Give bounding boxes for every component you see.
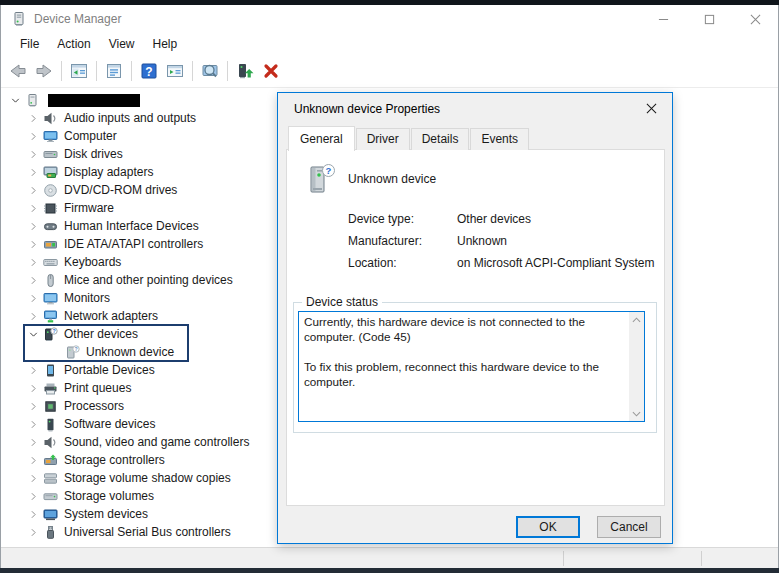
menu-item-view[interactable]: View [100, 34, 144, 54]
print-icon [43, 381, 58, 396]
field-value: on Microsoft ACPI-Compliant System [457, 256, 654, 270]
field-value: Unknown [457, 234, 507, 248]
status-bar [1, 547, 778, 568]
field-label: Manufacturer: [348, 234, 457, 248]
device-manager-icon [11, 11, 27, 27]
chevron-collapsed-icon[interactable] [25, 272, 41, 288]
dvd-icon [43, 183, 58, 198]
toolbar-separator [227, 61, 228, 81]
scan-hardware-changes-icon[interactable] [232, 58, 258, 84]
close-icon[interactable] [732, 5, 778, 33]
chevron-collapsed-icon[interactable] [25, 128, 41, 144]
computer-icon [43, 129, 58, 144]
tree-item-label: Unknown device [86, 345, 174, 359]
chevron-collapsed-icon[interactable] [25, 488, 41, 504]
chevron-expanded-icon[interactable] [25, 326, 41, 342]
tree-item-label: Audio inputs and outputs [64, 111, 196, 125]
chevron-collapsed-icon[interactable] [25, 416, 41, 432]
tab-strip: GeneralDriverDetailsEvents [288, 130, 530, 150]
other-devices-icon: ? [43, 327, 58, 342]
chevron-collapsed-icon[interactable] [25, 290, 41, 306]
chevron-collapsed-icon[interactable] [25, 434, 41, 450]
tree-item-label: Network adapters [64, 309, 158, 323]
tab-events[interactable]: Events [470, 128, 529, 150]
help-icon[interactable]: ? [136, 58, 162, 84]
tree-item-label: Other devices [64, 327, 138, 341]
monitor-icon [43, 291, 58, 306]
title-bar: Device Manager [1, 5, 778, 33]
chevron-collapsed-icon[interactable] [25, 200, 41, 216]
cancel-button[interactable]: Cancel [597, 516, 661, 538]
firmware-icon [43, 201, 58, 216]
ok-button[interactable]: OK [516, 516, 580, 538]
chevron-collapsed-icon[interactable] [25, 380, 41, 396]
field-label: Location: [348, 256, 457, 270]
chevron-collapsed-icon[interactable] [25, 146, 41, 162]
device-status-group: Device status Currently, this hardware d… [293, 302, 657, 433]
toolbar-separator [192, 61, 193, 81]
properties-icon[interactable] [101, 58, 127, 84]
tree-item-label: Firmware [64, 201, 114, 215]
hid-icon [43, 219, 58, 234]
field-device-type: Device type:Other devices [348, 212, 531, 226]
chevron-collapsed-icon[interactable] [25, 308, 41, 324]
tree-item-label: Monitors [64, 291, 110, 305]
scan-icon[interactable] [197, 58, 223, 84]
chevron-collapsed-icon[interactable] [25, 236, 41, 252]
window-title: Device Manager [34, 12, 121, 26]
status-bar-separator [563, 551, 564, 566]
field-label: Device type: [348, 212, 457, 226]
forward-icon[interactable] [31, 58, 57, 84]
group-title: Device status [302, 295, 382, 309]
system-devices-icon [43, 507, 58, 522]
action-pane-icon[interactable] [162, 58, 188, 84]
tab-details[interactable]: Details [411, 128, 470, 150]
tree-item-label: Keyboards [64, 255, 121, 269]
chevron-collapsed-icon[interactable] [25, 110, 41, 126]
chevron-collapsed-icon[interactable] [25, 452, 41, 468]
unknown-device-properties-dialog: Unknown device Properties GeneralDriverD… [277, 92, 673, 544]
chevron-collapsed-icon[interactable] [25, 218, 41, 234]
background-bottom-strip [0, 568, 779, 573]
dialog-close-icon[interactable] [635, 95, 667, 121]
status-bar-separator [701, 551, 702, 566]
mouse-icon [43, 273, 58, 288]
tree-item-label: Computer [64, 129, 117, 143]
chevron-collapsed-icon[interactable] [25, 182, 41, 198]
disk-icon [43, 147, 58, 162]
menu-item-help[interactable]: Help [144, 34, 187, 54]
maximize-icon[interactable] [686, 5, 732, 33]
device-status-textbox[interactable]: Currently, this hardware device is not c… [298, 311, 645, 422]
chevron-collapsed-icon[interactable] [25, 398, 41, 414]
general-tab-page: ? Unknown device Device type:Other devic… [286, 149, 665, 506]
uninstall-icon[interactable] [258, 58, 284, 84]
usb-icon [43, 525, 58, 540]
redacted-computer-name [48, 94, 140, 107]
tab-general[interactable]: General [288, 126, 355, 151]
chevron-collapsed-icon[interactable] [25, 506, 41, 522]
menu-item-action[interactable]: Action [48, 34, 99, 54]
tree-item-label: Print queues [64, 381, 131, 395]
network-icon [43, 309, 58, 324]
minimize-icon[interactable] [640, 5, 686, 33]
scroll-down-icon[interactable] [629, 406, 644, 421]
vertical-scrollbar[interactable] [629, 312, 644, 421]
tree-item-label: Human Interface Devices [64, 219, 199, 233]
console-tree-icon[interactable] [66, 58, 92, 84]
menu-item-file[interactable]: File [11, 34, 48, 54]
tree-item-label: DVD/CD-ROM drives [64, 183, 177, 197]
chevron-collapsed-icon[interactable] [25, 524, 41, 540]
tab-driver[interactable]: Driver [356, 128, 410, 150]
chevron-collapsed-icon[interactable] [25, 470, 41, 486]
svg-text:?: ? [52, 327, 55, 333]
chevron-expanded-icon[interactable] [7, 92, 23, 108]
back-icon[interactable] [5, 58, 31, 84]
ide-icon [43, 237, 58, 252]
chevron-collapsed-icon[interactable] [25, 254, 41, 270]
dialog-title: Unknown device Properties [294, 102, 440, 116]
chevron-collapsed-icon[interactable] [25, 164, 41, 180]
chevron-collapsed-icon[interactable] [25, 362, 41, 378]
tree-item-label: Storage volume shadow copies [64, 471, 231, 485]
tree-item-label: Universal Serial Bus controllers [64, 525, 231, 539]
scroll-up-icon[interactable] [629, 312, 644, 327]
